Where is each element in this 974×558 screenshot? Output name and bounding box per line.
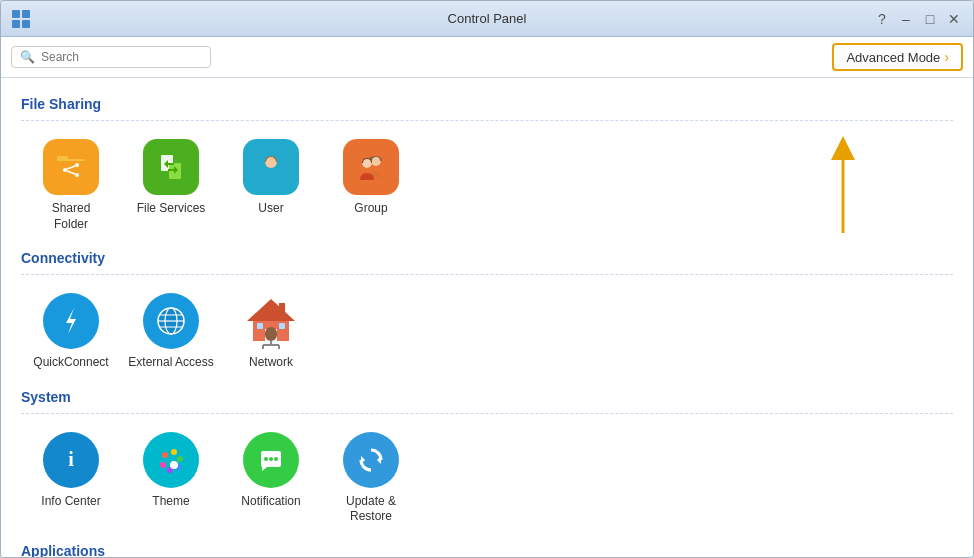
svg-point-49 [269, 457, 273, 461]
section-title-connectivity: Connectivity [21, 250, 953, 266]
sidebar-item-external-access[interactable]: External Access [121, 285, 221, 379]
svg-point-48 [264, 457, 268, 461]
group-icon [343, 139, 399, 195]
maximize-button[interactable]: □ [921, 10, 939, 28]
svg-text:i: i [68, 448, 74, 470]
help-button[interactable]: ? [873, 10, 891, 28]
theme-label: Theme [152, 494, 189, 510]
notification-label: Notification [241, 494, 300, 510]
toolbar: 🔍 Advanced Mode › [1, 37, 973, 78]
sidebar-item-file-services[interactable]: File Services [121, 131, 221, 240]
svg-point-41 [171, 449, 177, 455]
file-services-icon [143, 139, 199, 195]
window-title: Control Panel [448, 11, 527, 26]
svg-rect-32 [279, 323, 285, 329]
info-center-label: Info Center [41, 494, 100, 510]
sidebar-item-notification[interactable]: Notification [221, 424, 321, 533]
quickconnect-icon [43, 293, 99, 349]
close-button[interactable]: ✕ [945, 10, 963, 28]
file-sharing-grid: SharedFolder File Services [21, 131, 953, 240]
user-icon [243, 139, 299, 195]
svg-point-6 [63, 168, 67, 172]
chevron-right-icon: › [944, 49, 949, 65]
network-label: Network [249, 355, 293, 371]
sidebar-item-user[interactable]: User [221, 131, 321, 240]
svg-point-50 [274, 457, 278, 461]
theme-icon [143, 432, 199, 488]
search-input[interactable] [41, 50, 202, 64]
section-title-file-sharing: File Sharing [21, 96, 953, 112]
svg-marker-21 [66, 308, 76, 334]
shared-folder-icon [43, 139, 99, 195]
svg-rect-30 [265, 327, 277, 341]
content-area: File Sharing Shar [1, 78, 973, 557]
external-access-icon [143, 293, 199, 349]
sidebar-item-shared-folder[interactable]: SharedFolder [21, 131, 121, 240]
sidebar-item-update-restore[interactable]: Update & Restore [321, 424, 421, 533]
sidebar-item-theme[interactable]: Theme [121, 424, 221, 533]
system-grid: i Info Center [21, 424, 953, 533]
advanced-mode-button[interactable]: Advanced Mode › [832, 43, 963, 71]
svg-point-18 [372, 157, 380, 165]
info-center-icon: i [43, 432, 99, 488]
titlebar: Control Panel ? – □ ✕ [1, 1, 973, 37]
svg-rect-29 [279, 303, 285, 315]
sidebar-item-quickconnect[interactable]: QuickConnect [21, 285, 121, 379]
svg-rect-2 [12, 20, 20, 28]
external-access-label: External Access [128, 355, 213, 371]
sidebar-item-info-center[interactable]: i Info Center [21, 424, 121, 533]
svg-point-45 [160, 462, 166, 468]
update-restore-label: Update & Restore [327, 494, 415, 525]
update-restore-icon [343, 432, 399, 488]
svg-rect-31 [257, 323, 263, 329]
sidebar-item-network[interactable]: Network [221, 285, 321, 379]
svg-marker-28 [247, 299, 295, 321]
user-label: User [258, 201, 283, 217]
section-title-applications: Applications [21, 543, 953, 557]
connectivity-grid: QuickConnect External Access [21, 285, 953, 379]
svg-point-42 [177, 456, 183, 462]
shared-folder-label: SharedFolder [52, 201, 91, 232]
minimize-button[interactable]: – [897, 10, 915, 28]
search-icon: 🔍 [20, 50, 35, 64]
divider-connectivity [21, 274, 953, 275]
search-box[interactable]: 🔍 [11, 46, 211, 68]
network-icon [243, 293, 299, 349]
svg-point-8 [75, 173, 79, 177]
svg-rect-1 [22, 10, 30, 18]
svg-point-7 [75, 163, 79, 167]
svg-point-40 [162, 452, 168, 458]
window-controls: ? – □ ✕ [873, 10, 963, 28]
svg-rect-0 [12, 10, 20, 18]
main-window: Control Panel ? – □ ✕ 🔍 Advanced Mode › [0, 0, 974, 558]
notification-icon [243, 432, 299, 488]
svg-point-20 [363, 159, 371, 167]
divider-system [21, 413, 953, 414]
svg-rect-3 [22, 20, 30, 28]
quickconnect-label: QuickConnect [33, 355, 108, 371]
group-label: Group [354, 201, 387, 217]
sidebar-item-group[interactable]: Group [321, 131, 421, 240]
file-services-label: File Services [137, 201, 206, 217]
divider-file-sharing [21, 120, 953, 121]
svg-point-16 [266, 157, 276, 167]
section-title-system: System [21, 389, 953, 405]
advanced-mode-label: Advanced Mode [846, 50, 940, 65]
app-icon [11, 9, 31, 29]
svg-point-46 [170, 461, 178, 469]
